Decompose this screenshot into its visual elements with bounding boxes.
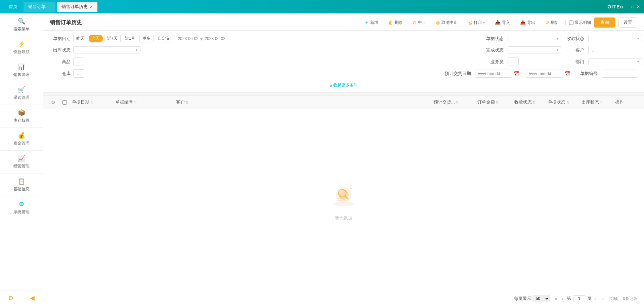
sort-delivery-icon: ⇅ [456, 101, 459, 104]
order-no-input[interactable] [602, 70, 637, 78]
delete-button[interactable]: 🗑 删除 [385, 18, 406, 27]
per-page-dropdown[interactable]: 50 100 200 [533, 295, 550, 302]
sidebar-item-label: 销售管理 [13, 72, 30, 78]
sales-mgmt-icon: 📊 [18, 63, 25, 71]
tab-home[interactable]: 首页 [4, 2, 22, 12]
date-field: 昨天 今天 近7天 近1月 更多 自定义 2023-06-02 至 2023-0… [73, 35, 483, 42]
sidebar-item-sales-mgmt[interactable]: 📊 销售管理 [0, 59, 43, 82]
salesperson-select-btn[interactable]: ... [508, 58, 519, 66]
sidebar-item-capital-mgmt[interactable]: 💰 资金管理 [0, 128, 43, 151]
prev-page-btn[interactable]: ‹ [561, 295, 565, 302]
sort-out-status-icon: ⇅ [600, 101, 603, 104]
top-bar: 首页 销售订单 ✕ 销售订单历史 ✕ OfTEn ─ □ ✕ [0, 0, 644, 13]
svg-text:✦: ✦ [350, 187, 352, 190]
th-delivery[interactable]: 预计交货... ⇅ [432, 99, 475, 105]
th-order-status[interactable]: 单据状态 ⇅ [546, 99, 579, 105]
payment-status-label: 收款状态 [563, 36, 587, 42]
tab-sales-history[interactable]: 销售订单历史 ✕ [57, 2, 97, 12]
th-out-status[interactable]: 出库状态 ⇅ [579, 99, 613, 105]
delivery-date-from-input[interactable] [475, 70, 512, 78]
sort-order-status-icon: ⇅ [566, 101, 569, 104]
total-info: 共0页，0条记录 [609, 296, 637, 302]
delivery-date-from-calendar-icon[interactable]: 📅 [513, 71, 519, 76]
date-range-dash: — [520, 71, 525, 76]
collapse-up-icon: ∧ [330, 83, 333, 88]
th-number[interactable]: 单据编号 ⇅ [114, 99, 174, 105]
collapse-row[interactable]: ∧ 收起更多条件 [50, 81, 637, 88]
th-date[interactable]: 单据日期 ⇅ [70, 99, 114, 105]
warehouse-field: ... [73, 69, 438, 78]
search-menu-icon: 🔍 [18, 17, 25, 25]
maximize-btn[interactable]: □ [632, 4, 634, 9]
refresh-button[interactable]: ↺ 刷新 [542, 18, 562, 27]
export-button[interactable]: 📤 导出 [517, 18, 539, 27]
svg-rect-6 [337, 200, 342, 200]
delivery-date-to-calendar-icon[interactable]: 📅 [564, 71, 570, 76]
next-page-btn[interactable]: › [594, 295, 598, 302]
sidebar-settings-icon[interactable]: ⚙ [8, 294, 13, 302]
sidebar-item-quick-nav[interactable]: ⚡ 快捷导航 [0, 36, 43, 59]
export-icon: 📤 [520, 20, 526, 25]
stop-button[interactable]: ⊘ 中止 [409, 18, 429, 27]
out-status-select[interactable]: ▾ [73, 46, 140, 53]
salesperson-label: 业务员 [483, 59, 506, 65]
delivery-date-to-input[interactable] [526, 70, 563, 78]
product-label: 商品 [50, 59, 73, 65]
new-button[interactable]: ＋ 新增 [361, 18, 382, 27]
content-area: 销售订单历史 ＋ 新增 🗑 删除 ⊘ 中止 ◎ 取消中止 [43, 13, 644, 305]
close-sales-order-tab[interactable]: ✕ [48, 5, 51, 9]
import-button[interactable]: 📥 导入 [491, 18, 513, 27]
order-status-select[interactable]: ▾ [508, 35, 561, 42]
date-btn-last7[interactable]: 近7天 [104, 35, 121, 42]
delivery-date-label: 预计交货日期 [445, 71, 474, 77]
date-range-display: 2023-06-02 至 2023-06-02 [178, 36, 225, 42]
complete-status-select[interactable]: ▾ [508, 46, 561, 53]
query-button[interactable]: 查询 [594, 17, 615, 28]
th-checkbox[interactable] [59, 100, 70, 105]
page-number-input[interactable] [573, 295, 585, 302]
date-btn-custom[interactable]: 自定义 [155, 35, 173, 42]
sidebar-item-inventory[interactable]: 📦 库存核算 [0, 105, 43, 128]
tab-sales-order[interactable]: 销售订单 ✕ [24, 2, 55, 12]
print-arrow-icon: ▾ [483, 21, 485, 25]
date-btn-last1m[interactable]: 近1月 [122, 35, 138, 42]
sidebar-item-system-mgmt[interactable]: ⚙ 系统管理 [0, 196, 43, 219]
setting-button[interactable]: 设置 [618, 17, 637, 28]
sidebar-item-basic-info[interactable]: 📋 基础信息 [0, 174, 43, 196]
sidebar-item-purchase-mgmt[interactable]: 🛒 采购管理 [0, 82, 43, 105]
order-no-label: 单据编号 [577, 71, 600, 77]
date-btn-more[interactable]: 更多 [139, 35, 154, 42]
minimize-btn[interactable]: ─ [626, 4, 629, 9]
table-header: ⚙ 单据日期 ⇅ 单据编号 ⇅ 客户 ⇅ 预计交货... [43, 95, 644, 109]
th-pay-status[interactable]: 收款状态 ⇅ [512, 99, 546, 105]
th-settings-btn[interactable]: ⚙ [47, 100, 59, 105]
payment-status-select[interactable]: ▾ [588, 35, 642, 42]
filter-row-2: 出库状态 ▾ 完成状态 ▾ 客户 ... [50, 46, 637, 54]
print-button[interactable]: 🖨 打印 ▾ [464, 18, 488, 27]
cancel-stop-button[interactable]: ◎ 取消中止 [433, 18, 461, 27]
empty-state-icon: ✦ ✦ ✦ [327, 181, 360, 211]
quick-nav-icon: ⚡ [18, 40, 25, 48]
date-btn-today[interactable]: 今天 [89, 35, 103, 42]
select-all-checkbox[interactable] [62, 100, 67, 105]
first-page-btn[interactable]: « [553, 295, 559, 302]
date-btn-yesterday[interactable]: 昨天 [73, 35, 87, 42]
delete-icon: 🗑 [388, 20, 393, 25]
warehouse-select-btn[interactable]: ... [73, 69, 84, 78]
close-sales-history-tab[interactable]: ✕ [90, 5, 93, 9]
customer-select-btn[interactable]: ... [588, 46, 599, 54]
th-customer[interactable]: 客户 ⇅ [174, 99, 432, 105]
dept-select[interactable]: ▾ [588, 58, 642, 65]
sidebar-item-operations-mgmt[interactable]: 📈 经营管理 [0, 151, 43, 174]
th-amount[interactable]: 订单金额 ⇅ [475, 99, 512, 105]
filter-row-4: 仓库 ... 预计交货日期 📅 — 📅 [50, 69, 637, 78]
product-select-btn[interactable]: ... [73, 58, 84, 66]
top-bar-right: OfTEn ─ □ ✕ [607, 4, 640, 9]
brand-text: OfTEn [607, 4, 623, 9]
display-cols-toggle[interactable]: 显示明细 [569, 20, 591, 26]
sidebar-collapse-icon[interactable]: ◀ [30, 294, 35, 302]
sidebar-item-search-menu[interactable]: 🔍 搜索菜单 [0, 13, 43, 36]
last-page-btn[interactable]: » [600, 295, 605, 302]
close-app-btn[interactable]: ✕ [637, 4, 640, 9]
display-cols-checkbox[interactable] [569, 21, 573, 25]
